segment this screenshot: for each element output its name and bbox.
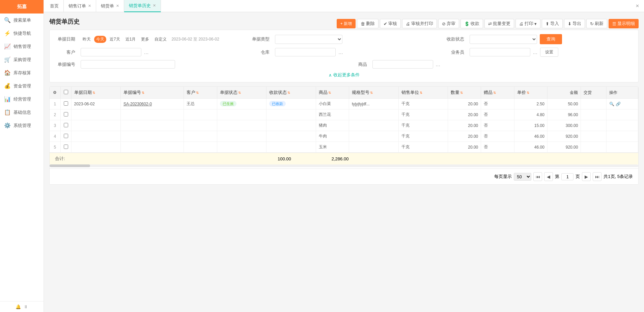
cell-action-1[interactable]	[607, 109, 638, 120]
sidebar-item-search-menu[interactable]: 🔍 搜索菜单	[0, 14, 44, 27]
next-page-button[interactable]: ▶	[582, 172, 591, 181]
sidebar-item-quick-nav[interactable]: ⚡ 快捷导航	[0, 27, 44, 40]
cell-docno-2[interactable]	[121, 120, 184, 131]
doc-type-select[interactable]	[275, 35, 342, 44]
cell-checkbox-2[interactable]	[60, 120, 71, 131]
salesperson-input[interactable]	[470, 48, 530, 56]
delete-icon: 🗑	[361, 21, 365, 26]
cell-checkbox-1[interactable]	[60, 109, 71, 120]
show-detail-icon: ☰	[612, 21, 616, 26]
cell-unit-0: 千克	[398, 99, 448, 109]
salesperson-dots[interactable]: ...	[533, 49, 537, 55]
import-button[interactable]: ⬆ 导入	[542, 19, 563, 28]
shortcut-more[interactable]: 更多	[139, 36, 151, 43]
horizontal-scrollbar[interactable]	[50, 164, 638, 167]
prev-page-button[interactable]: ◀	[544, 172, 553, 181]
th-date[interactable]: 单据日期⇅	[71, 87, 121, 99]
collect-button[interactable]: 💲 收款	[460, 19, 483, 28]
cell-docno-4[interactable]	[121, 142, 184, 153]
first-page-button[interactable]: ⏮	[533, 172, 542, 181]
tab-sales-delivery-close[interactable]: ✕	[116, 4, 119, 8]
doc-no-label: 单据编号	[55, 61, 75, 68]
sidebar-item-finance-mgmt[interactable]: 💰 资金管理	[0, 79, 44, 93]
audit-button[interactable]: ✔ 审核	[380, 19, 401, 28]
per-page-select[interactable]: 50 100 200	[514, 173, 531, 181]
cell-docno-3[interactable]	[121, 131, 184, 142]
sidebar-item-purchase-mgmt[interactable]: 🛒 采购管理	[0, 53, 44, 66]
cell-checkbox-3[interactable]	[60, 131, 71, 142]
tab-sales-history[interactable]: 销货单历史 ✕	[124, 0, 161, 12]
shortcut-today[interactable]: 今天	[94, 36, 106, 43]
th-spec[interactable]: 规格型号⇅	[349, 87, 399, 99]
tab-close-all[interactable]: ✕	[632, 3, 643, 8]
cell-docno-1[interactable]	[121, 109, 184, 120]
tab-sales-history-close[interactable]: ✕	[153, 3, 156, 8]
sidebar-item-stock-calc-label: 库存核算	[13, 70, 31, 76]
th-doc-status[interactable]: 单据状态⇅	[217, 87, 267, 99]
shortcut-1month[interactable]: 近1月	[123, 36, 138, 43]
goods-input[interactable]	[372, 60, 433, 69]
th-gift[interactable]: 赠品⇅	[481, 87, 514, 99]
sidebar-item-ops-mgmt[interactable]: 📊 经营管理	[0, 93, 44, 106]
payment-status-select[interactable]	[470, 35, 537, 44]
tab-sales-order[interactable]: 销售订单 ✕	[64, 0, 96, 12]
sidebar-item-sales-mgmt[interactable]: 📈 销售管理	[0, 40, 44, 53]
th-goods[interactable]: 商品⇅	[316, 87, 349, 99]
audit-print-button[interactable]: 🖨 审核并打印	[402, 19, 437, 28]
sidebar-item-stock-calc[interactable]: 🏠 库存核算	[0, 66, 44, 79]
page-number-input[interactable]	[561, 173, 573, 180]
th-qty[interactable]: 数量⇅	[448, 87, 481, 99]
th-payment-status[interactable]: 收款状态⇅	[267, 87, 316, 99]
sidebar-bottom-icon2[interactable]: ⏸	[24, 304, 28, 309]
sidebar-bottom-icon1[interactable]: 🔔	[16, 304, 21, 309]
customer-input[interactable]	[81, 48, 141, 56]
new-button[interactable]: + 新增	[337, 19, 356, 28]
shortcut-7days[interactable]: 近7天	[108, 36, 122, 43]
total-pages-info: 共1页, 5条记录	[604, 174, 633, 180]
scrollbar-thumb[interactable]	[50, 164, 90, 167]
payment-status-label: 收款状态	[444, 36, 464, 42]
export-button[interactable]: ⬇ 导出	[564, 19, 585, 28]
page-content: 销货单历史 + 新增 🗑 删除 ✔ 审核 🖨 审核并打印 ⊘ 弃审	[44, 12, 644, 312]
warehouse-input[interactable]	[275, 48, 336, 56]
th-settings[interactable]: ⚙	[50, 87, 60, 99]
refresh-button[interactable]: ↻ 刷新	[586, 19, 607, 28]
print-button[interactable]: 🖨 打印 ▾	[515, 19, 540, 28]
doc-no-input[interactable]	[81, 60, 175, 69]
cell-customer-1	[184, 109, 217, 120]
set-button[interactable]: 设置	[540, 48, 558, 57]
sidebar-item-sys-mgmt[interactable]: ⚙️ 系统管理	[0, 119, 44, 132]
tab-home[interactable]: 首页	[45, 0, 64, 12]
tab-bar: 首页 销售订单 ✕ 销货单 ✕ 销货单历史 ✕ ✕	[44, 0, 644, 12]
batch-change-button[interactable]: ⇄ 批量变更	[484, 19, 514, 28]
cell-checkbox-0[interactable]	[60, 99, 71, 109]
shortcut-yesterday[interactable]: 昨天	[81, 36, 93, 43]
shortcut-custom[interactable]: 自定义	[152, 36, 169, 43]
tab-sales-order-close[interactable]: ✕	[88, 4, 91, 8]
collapse-button[interactable]: ∧ 收起更多条件	[55, 72, 633, 78]
query-button[interactable]: 查询	[540, 34, 562, 44]
cell-action-4[interactable]	[607, 142, 638, 153]
select-all-checkbox[interactable]	[64, 90, 68, 94]
sidebar-logo: 拓嘉	[0, 0, 44, 14]
warehouse-dots[interactable]: ...	[338, 49, 343, 55]
sidebar-item-basic-info[interactable]: 📋 基础信息	[0, 106, 44, 119]
last-page-button[interactable]: ⏭	[593, 172, 601, 181]
cell-action-2[interactable]	[607, 120, 638, 131]
th-price[interactable]: 单价⇅	[514, 87, 547, 99]
customer-dots[interactable]: ...	[144, 49, 148, 55]
delete-button[interactable]: 🗑 删除	[357, 19, 379, 28]
cell-action-0[interactable]: 🔍 🔗	[607, 99, 638, 109]
tab-sales-delivery[interactable]: 销货单 ✕	[96, 0, 124, 12]
th-doc-no[interactable]: 单据编号⇅	[121, 87, 184, 99]
th-unit[interactable]: 销售单位⇅	[398, 87, 448, 99]
abandon-button[interactable]: ⊘ 弃审	[438, 19, 459, 28]
cell-docno-0[interactable]: SA-20230602-0	[121, 99, 184, 109]
th-customer[interactable]: 客户⇅	[184, 87, 217, 99]
th-checkbox[interactable]	[60, 87, 71, 99]
cell-amount-0: 50.00	[547, 99, 581, 109]
goods-dots[interactable]: ...	[436, 61, 440, 68]
cell-checkbox-4[interactable]	[60, 142, 71, 153]
cell-action-3[interactable]	[607, 131, 638, 142]
show-detail-button[interactable]: ☰ 显示明细	[609, 19, 639, 28]
